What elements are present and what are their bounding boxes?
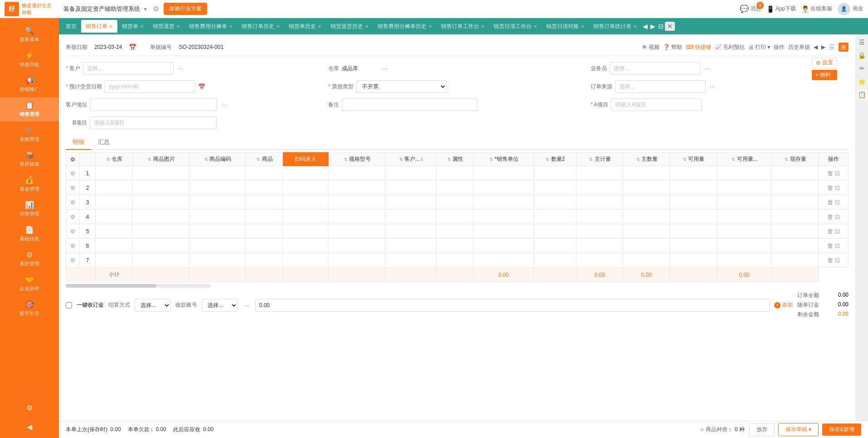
tab-close-daily-workbench[interactable]: ✕ [533, 24, 537, 29]
row-spec-1[interactable] [329, 166, 385, 181]
row-settings-6[interactable]: ⚙ [66, 239, 80, 253]
row-main-unit-3[interactable] [576, 195, 623, 210]
copy-icon-5[interactable]: ⊡ [835, 228, 840, 235]
row-main-qty-2[interactable] [623, 181, 670, 195]
row-current-6[interactable] [771, 239, 818, 253]
row-attr-3[interactable] [436, 195, 473, 210]
th-main-qty[interactable]: ⇅ 主数量 [623, 153, 670, 166]
row-scan-5[interactable] [283, 224, 329, 239]
row-qty2-4[interactable] [533, 210, 576, 224]
row-available-1[interactable] [670, 166, 717, 181]
row-image-1[interactable] [133, 166, 189, 181]
row-qty2-6[interactable] [533, 239, 576, 253]
right-btn-menu[interactable]: ☰ [857, 37, 868, 48]
row-code-3[interactable] [189, 195, 246, 210]
payment-amount-input[interactable] [255, 299, 770, 312]
address-input[interactable] [90, 98, 217, 111]
row-scan-2[interactable] [283, 181, 329, 195]
row-main-qty-4[interactable] [623, 210, 670, 224]
row-available-4[interactable] [670, 210, 717, 224]
row-warehouse-6[interactable] [96, 239, 133, 253]
customer-col-info-icon[interactable]: ℹ [421, 157, 423, 162]
app-download-icon[interactable]: 📱 App下载 [766, 5, 796, 13]
row-code-6[interactable] [189, 239, 246, 253]
address-dots[interactable]: ··· [220, 101, 228, 108]
row-customer-4[interactable] [385, 210, 436, 224]
row-spec-7[interactable] [329, 253, 385, 268]
row-customer-6[interactable] [385, 239, 436, 253]
messages-icon[interactable]: 💬 9 消息 [740, 5, 761, 13]
tab-close-daily-reconcile[interactable]: ✕ [581, 24, 584, 29]
tab-order-history[interactable]: 销售订单历史 ✕ [237, 20, 284, 33]
system-dropdown-icon[interactable]: ▾ [144, 5, 147, 13]
right-btn-lock[interactable]: 🔒 [857, 50, 868, 61]
online-service-icon[interactable]: 👨‍💼 在线客服 [801, 5, 832, 13]
row-qty2-7[interactable] [533, 253, 576, 268]
row-current-1[interactable] [771, 166, 818, 181]
row-image-5[interactable] [133, 224, 189, 239]
row-customer-1[interactable] [385, 166, 436, 181]
delete-icon-4[interactable]: 🗑 [827, 213, 833, 220]
row-settings-1[interactable]: ⚙ [66, 166, 80, 181]
row-spec-6[interactable] [329, 239, 385, 253]
order-source-dots[interactable]: ··· [708, 83, 717, 90]
row-warehouse-1[interactable] [96, 166, 133, 181]
delete-icon-3[interactable]: 🗑 [827, 199, 833, 206]
tab-order-workbench[interactable]: 销售订单工作台 ✕ [436, 20, 489, 33]
tab-fee-split-history[interactable]: 销售费用分摊单历史 ✕ [373, 20, 436, 33]
row-image-6[interactable] [133, 239, 189, 253]
row-spec-5[interactable] [329, 224, 385, 239]
row-main-qty-7[interactable] [623, 253, 670, 268]
row-current-5[interactable] [771, 224, 818, 239]
sidebar-item-marketing[interactable]: 📢 营销推广 [0, 72, 59, 96]
row-qty2-3[interactable] [533, 195, 576, 210]
nav-next-icon[interactable]: ▶ [821, 44, 825, 50]
tab-daily-reconcile[interactable]: 钱货日清对账 ✕ [542, 20, 589, 33]
th-available2[interactable]: ⇅ 可用量... [717, 153, 771, 166]
row-product-2[interactable] [246, 181, 283, 195]
row-customer-3[interactable] [385, 195, 436, 210]
row-scan-6[interactable] [283, 239, 329, 253]
row-code-5[interactable] [189, 224, 246, 239]
tab-close-return-history[interactable]: ✕ [365, 24, 369, 29]
th-spec[interactable]: ⇅ 规格型号 [329, 153, 385, 166]
print-dropdown-icon[interactable]: ▾ [767, 44, 770, 50]
th-unit[interactable]: ⇅ *销售单位 [473, 153, 533, 166]
bank-dots[interactable]: ··· [242, 302, 251, 309]
row-settings-7[interactable]: ⚙ [66, 253, 80, 268]
row-qty2-2[interactable] [533, 181, 576, 195]
delete-icon-1[interactable]: 🗑 [827, 170, 833, 177]
row-warehouse-5[interactable] [96, 224, 133, 239]
row-main-unit-5[interactable] [576, 224, 623, 239]
row-customer-2[interactable] [385, 181, 436, 195]
row-product-4[interactable] [246, 210, 283, 224]
row-qty2-5[interactable] [533, 224, 576, 239]
row-scan-4[interactable] [283, 210, 329, 224]
tab-close-order-history[interactable]: ✕ [276, 24, 280, 29]
tab-close-sales-slip[interactable]: ✕ [140, 24, 144, 29]
th-warehouse[interactable]: ⇅ 仓库 [96, 153, 133, 166]
row-current-3[interactable] [771, 195, 818, 210]
row-attr-4[interactable] [436, 210, 473, 224]
row-available2-2[interactable] [717, 181, 771, 195]
row-current-2[interactable] [771, 181, 818, 195]
th-attr[interactable]: ⇅ 属性 [436, 153, 473, 166]
row-available2-1[interactable] [717, 166, 771, 181]
sidebar-item-inventory[interactable]: 📦 库存核算 [0, 147, 59, 171]
row-available-5[interactable] [670, 224, 717, 239]
add-payment-btn[interactable]: + 添加 [774, 301, 793, 309]
th-image[interactable]: ⇅ 商品图片 [133, 153, 189, 166]
row-available-6[interactable] [670, 239, 717, 253]
row-product-6[interactable] [246, 239, 283, 253]
tab-home[interactable]: 首页 [61, 20, 81, 33]
quick-payment-checkbox[interactable] [66, 302, 72, 308]
row-customer-7[interactable] [385, 253, 436, 268]
th-main-unit[interactable]: ⇅ 主计量 [576, 153, 623, 166]
copy-icon-3[interactable]: ⊡ [835, 199, 840, 206]
row-current-7[interactable] [771, 253, 818, 268]
tab-close-stats[interactable]: ✕ [633, 24, 637, 29]
tab-return[interactable]: 销货退货 ✕ [148, 20, 184, 33]
copy-icon-4[interactable]: ⊡ [835, 213, 840, 220]
save-draft-dropdown-icon[interactable]: ▾ [809, 426, 811, 433]
delete-icon-5[interactable]: 🗑 [827, 228, 833, 235]
